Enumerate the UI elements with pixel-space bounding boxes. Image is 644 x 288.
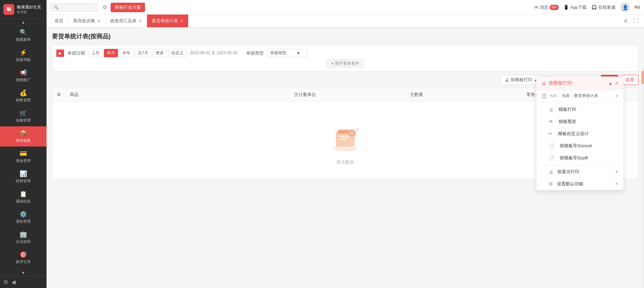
sidebar-item-search[interactable]: 🔍 搜索菜单 [0, 25, 47, 45]
right-scrollbar[interactable] [641, 67, 644, 288]
sidebar-item-marketing[interactable]: 📢 营销推广 [0, 66, 47, 86]
dropdown-header: 🖨 按模板打印 ▲ ✕ [536, 77, 623, 90]
tab-home[interactable]: 首页 [50, 14, 68, 27]
logo-icon: 畅 [3, 4, 14, 15]
app-download-button[interactable]: 📱 App下载 [563, 4, 587, 10]
date-btn-custom[interactable]: 自定义 [168, 49, 186, 57]
current-template-icon: 📋 [541, 93, 547, 98]
industry-solution-button[interactable]: 体验行业方案 [111, 3, 145, 12]
dropdown-item-template-print[interactable]: 🖨 模板打印 [536, 103, 623, 116]
settings-bottom-icon[interactable]: ⚙ [3, 279, 8, 285]
sidebar-item-enterprise[interactable]: 🏢 企业协同 [0, 227, 47, 248]
topbar-search[interactable]: 🔍 [51, 3, 98, 11]
date-btn-more[interactable]: 更多 [153, 49, 167, 57]
search-icon: 🔍 [20, 29, 27, 36]
sidebar-item-system[interactable]: ⚙️ 系统管理 [0, 207, 47, 227]
download-icon: 📱 [563, 5, 569, 10]
sidebar-item-purchase[interactable]: 🛒 采购管理 [0, 106, 47, 126]
topbar-gear-icon[interactable]: ⚙ [103, 4, 107, 10]
close-all-tabs-button[interactable]: ✕ [621, 17, 630, 25]
export-pdf-icon: 📄 [549, 155, 554, 161]
avatar-icon: 👤 [622, 5, 628, 10]
maximize-button[interactable]: ⛶ [631, 17, 641, 25]
sidebar-item-operation[interactable]: 📊 经营管理 [0, 167, 47, 187]
filter-toggle-button[interactable]: ▶ [56, 50, 64, 57]
current-template-text: 当前： 当前：要货单统计表 [549, 93, 598, 99]
messages-button[interactable]: ✉ 消息 99+ [534, 4, 559, 10]
base-info-icon: 📋 [20, 190, 27, 198]
tabbar-right-actions: ✕ ⛶ [621, 17, 641, 25]
guide-icon: 🎯 [20, 251, 27, 258]
main-area: 🔍 ⚙ 体验行业方案 ✉ 消息 99+ 📱 App下载 🎧 在线客服 👤 [47, 0, 644, 288]
dropdown-item-export-excel[interactable]: 📄 按模板导出excel [536, 140, 623, 152]
sidebar-item-inventory[interactable]: 📦 库存核算 [0, 126, 47, 147]
tab-receipt-summary[interactable]: 收发存汇总表 ✕ [106, 14, 147, 27]
message-icon: ✉ [534, 5, 538, 10]
sidebar-scroll-down[interactable]: ▼ [0, 270, 47, 276]
date-btn-this-month[interactable]: 本月 [104, 49, 118, 57]
tab-inventory-batch[interactable]: 库存批次账 ✕ [68, 14, 106, 27]
svg-rect-4 [340, 138, 347, 140]
tabbar: 首页 库存批次账 ✕ 收发存汇总表 ✕ 要货单统计表 ✕ ✕ ⛶ [47, 15, 644, 28]
sidebar-scroll-up[interactable]: ▲ [0, 19, 47, 25]
filter-more-row: ▾ 展开更多条件 [56, 57, 634, 68]
online-service-button[interactable]: 🎧 在线客服 [591, 4, 616, 10]
dropdown-printer-icon: 🖨 [541, 81, 546, 86]
display-print-icon: 🖨 [549, 169, 553, 174]
dropdown-header-left: 🖨 按模板打印 [541, 80, 572, 86]
tab-close-order-stats[interactable]: ✕ [180, 19, 183, 23]
dropdown-item-template-design[interactable]: ✏ 模板自定义设计 [536, 128, 623, 140]
system-icon: ⚙️ [20, 211, 27, 218]
dropdown-divider-2 [536, 165, 623, 165]
current-info: 当前： 当前：要货单统计表 ▼ [549, 93, 619, 99]
filter-row: ▶ 单据日期 上月 本月 本年 近7天 更多 自定义 2023-06-01 至 … [56, 49, 634, 57]
user-avatar[interactable]: 👤 [620, 3, 630, 12]
collapse-icon[interactable]: ◀ [11, 279, 16, 285]
sidebar-item-finance[interactable]: 💳 资金管理 [0, 147, 47, 167]
dropdown-close-button[interactable]: ✕ [615, 81, 619, 86]
sales-icon: 💰 [20, 89, 27, 97]
topbar-search-icon: 🔍 [54, 5, 59, 10]
tab-close-inventory-batch[interactable]: ✕ [97, 19, 100, 23]
settings-col-icon[interactable]: ⚙ [57, 92, 61, 97]
th-goods: 商品 [66, 92, 290, 98]
dropdown-title: 按模板打印 [549, 80, 572, 86]
tab-close-receipt-summary[interactable]: ✕ [139, 19, 142, 23]
date-btn-7days[interactable]: 近7天 [135, 49, 151, 57]
expand-more-button[interactable]: ▾ 展开更多条件 [326, 59, 364, 68]
th-unit: 主计量单位 [290, 92, 406, 98]
sidebar-item-quick-nav[interactable]: ⚡ 快捷导航 [0, 45, 47, 66]
marketing-icon: 📢 [20, 69, 27, 76]
topbar: 🔍 ⚙ 体验行业方案 ✉ 消息 99+ 📱 App下载 🎧 在线客服 👤 [47, 0, 644, 15]
date-btn-this-year[interactable]: 本年 [119, 49, 134, 57]
dropdown-divider-1 [536, 102, 623, 103]
sidebar-item-guide[interactable]: 🎯 新手引导 [0, 248, 47, 268]
dropdown-chevron-up-icon: ▲ [608, 81, 613, 86]
sidebar-bottom: ⚙ ◀ [0, 276, 47, 288]
dropdown-item-display-print[interactable]: 🖨 按显示打印 ▼ [536, 166, 623, 178]
sidebar-item-base-info[interactable]: 📋 基础信息 [0, 187, 47, 207]
tab-order-stats[interactable]: 要货单统计表 ✕ [147, 14, 188, 27]
type-filter-select[interactable]: 单据类型 ▼ [267, 49, 308, 57]
th-check: ⚙ [52, 92, 66, 97]
date-btn-last-month[interactable]: 上月 [88, 49, 103, 57]
dropdown-header-right: ▲ ✕ [608, 81, 619, 86]
dropdown-item-export-pdf[interactable]: 📄 按模板导出pdf [536, 152, 623, 164]
set-default-arrow-icon: ▼ [615, 182, 619, 186]
sidebar-nav: 🔍 搜索菜单 ⚡ 快捷导航 📢 营销推广 💰 销售管理 🛒 采购管理 📦 库存核… [0, 25, 47, 270]
export-excel-icon: 📄 [549, 143, 554, 149]
sidebar-item-sales[interactable]: 💰 销售管理 [0, 86, 47, 106]
filter-bar: ▶ 单据日期 上月 本月 本年 近7天 更多 自定义 2023-06-01 至 … [52, 45, 639, 71]
svg-point-0 [333, 146, 357, 151]
dropdown-item-set-default[interactable]: ⚙ 设置默认功能 ▼ [536, 178, 623, 190]
topbar-actions: ✉ 消息 99+ 📱 App下载 🎧 在线客服 👤 Rit [534, 3, 640, 12]
dropdown-item-template-preview[interactable]: 👁 模板预览 [536, 116, 623, 128]
sidebar-logo: 畅 畅康通好生意 标准版 [0, 0, 47, 19]
logo-text: 畅康通好生意 标准版 [17, 4, 41, 15]
user-name[interactable]: Rit [635, 5, 640, 10]
template-design-icon: ✏ [549, 131, 553, 136]
sidebar: 畅 畅康通好生意 标准版 ▲ 🔍 搜索菜单 ⚡ 快捷导航 📢 营销推广 💰 销售… [0, 0, 47, 288]
dropdown-current-template[interactable]: 📋 当前： 当前：要货单统计表 ▼ [536, 90, 623, 102]
empty-illustration [328, 122, 362, 155]
template-print-icon: 🖨 [549, 107, 553, 112]
